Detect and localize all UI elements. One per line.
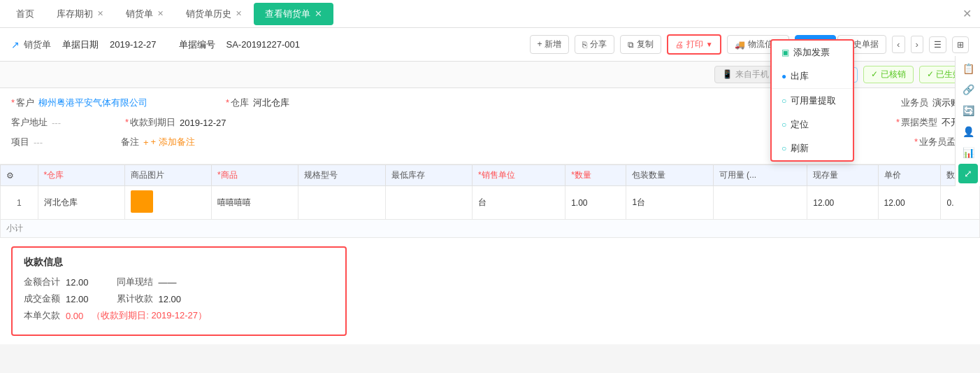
new-button[interactable]: + 新增 [530, 35, 569, 54]
address-value: --- [52, 118, 61, 128]
available-qty-icon: ○ [781, 96, 786, 106]
project-field: 项目 --- [11, 136, 43, 148]
copy-button[interactable]: ⧉ 复制 [620, 35, 661, 54]
nav-next[interactable]: › [911, 36, 923, 53]
sales-order-icon: ↗ [11, 39, 20, 50]
warehouse-value: 河北仓库 [253, 97, 289, 109]
row-spec [298, 186, 385, 220]
project-label: 项目 [11, 136, 29, 148]
date-label: 单据日期 [62, 38, 99, 51]
dropdown-refresh[interactable]: ○ 刷新 [772, 136, 853, 160]
add-note-btn[interactable]: + + 添加备注 [143, 136, 195, 148]
logistics-icon: 🚚 [735, 40, 745, 50]
subtotal-row: 小计 [1, 220, 980, 238]
same-order-value: —— [159, 277, 177, 288]
sidebar-icon-clipboard[interactable]: 📋 [958, 59, 978, 78]
number-label: 单据编号 [179, 38, 215, 51]
payment-row-2: 成交金额 12.00 累计收款 12.00 [24, 293, 334, 305]
tab-close-history[interactable]: ✕ [236, 9, 242, 18]
dropdown-locate[interactable]: ○ 定位 [772, 113, 853, 136]
cumulative-field: 累计收款 12.00 [117, 293, 182, 305]
total-amount-value: 12.00 [66, 277, 89, 288]
payment-info-panel: 收款信息 金额合计 12.00 同单现结 —— 成交金额 12.00 累计收款 [11, 246, 347, 336]
share-icon: ⎘ [582, 40, 587, 50]
payment-row-3: 本单欠款 0.00 （收款到期日: 2019-12-27） [24, 309, 334, 322]
void-icon: ✓ [871, 69, 878, 79]
share-button[interactable]: ⎘ 分享 [575, 35, 614, 54]
row-unit: 台 [472, 186, 565, 220]
doc-header-left: ↗ 销货单 单据日期 2019-12-27 单据编号 SA-20191227-0… [11, 38, 300, 51]
sidebar-icon-chart[interactable]: 📊 [958, 143, 978, 162]
number-value: SA-20191227-001 [226, 39, 301, 50]
row-settings[interactable]: 1 [1, 186, 38, 220]
row-available [713, 186, 807, 220]
refresh-icon: ○ [781, 143, 786, 153]
table-section: ⚙ *仓库 商品图片 *商品 规格型号 最低库存 *销售单位 *数量 包装数量 … [0, 164, 980, 238]
tab-sales-history[interactable]: 销货单历史 ✕ [175, 3, 252, 25]
tab-close-sales[interactable]: ✕ [157, 9, 164, 18]
doc-header-right: + 新增 ⎘ 分享 ⧉ 复制 🖨 打印 ▼ 🚚 物流信息 ⊞ 操作 历史单据 [530, 34, 970, 55]
note-label: 备注 [121, 136, 139, 148]
table-row: 1 河北仓库 嘻嘻嘻嘻 台 1.00 1台 12.00 12.00 0. [1, 186, 980, 220]
col-current-stock: 现存量 [807, 165, 878, 186]
outstanding-note: （收款到期日: 2019-12-27） [92, 309, 207, 322]
tab-home[interactable]: 首页 [6, 3, 45, 25]
tab-close-view-sales[interactable]: ✕ [315, 8, 322, 19]
dropdown-outbound[interactable]: ● 出库 [772, 64, 853, 88]
dropdown-available-qty[interactable]: ○ 可用量提取 [772, 89, 853, 113]
dropdown-add-invoice[interactable]: ▣ 添加发票 [772, 41, 853, 64]
right-sidebar: 📋 🔗 🔄 👤 📊 ⤢ [955, 56, 980, 186]
transaction-amount-label: 成交金额 [24, 293, 60, 305]
payment-date-label: 收款到期日 [125, 116, 175, 129]
print-button[interactable]: 🖨 打印 ▼ [667, 34, 721, 55]
customer-field: 客户 柳州粤港平安气体有限公司 [11, 97, 147, 109]
note-field: 备注 + + 添加备注 [121, 136, 195, 148]
col-product: *商品 [212, 165, 298, 186]
col-pkg-qty: 包装数量 [626, 165, 713, 186]
sidebar-icon-link[interactable]: 🔗 [958, 80, 978, 99]
bottom-section: 收款信息 金额合计 12.00 同单现结 —— 成交金额 12.00 累计收款 [0, 238, 980, 344]
phone-icon: 📱 [722, 69, 733, 79]
from-phone-btn[interactable]: 📱 来自手机 [714, 66, 776, 83]
view-toggle-grid[interactable]: ⊞ [952, 36, 969, 53]
doc-title: 销货单 [24, 38, 51, 51]
tab-sales-order[interactable]: 销货单 ✕ [115, 3, 174, 25]
voided-btn[interactable]: ✓ 已核销 [863, 66, 913, 83]
sidebar-icon-expand[interactable]: ⤢ [958, 164, 978, 183]
transaction-amount-field: 成交金额 12.00 [24, 293, 89, 305]
customer-value[interactable]: 柳州粤港平安气体有限公司 [38, 97, 147, 109]
copy-icon: ⧉ [628, 40, 634, 50]
address-field: 客户地址 --- [11, 116, 61, 129]
sidebar-icon-user[interactable]: 👤 [958, 122, 978, 141]
view-toggle-list[interactable]: ☰ [929, 36, 946, 53]
row-unit-price: 12.00 [878, 186, 941, 220]
add-invoice-icon: ▣ [781, 48, 789, 57]
address-label: 客户地址 [11, 116, 48, 129]
payment-info-title: 收款信息 [24, 256, 334, 269]
col-qty: *数量 [565, 165, 626, 186]
outstanding-label: 本单欠款 [24, 309, 60, 322]
sidebar-icon-sync[interactable]: 🔄 [958, 101, 978, 120]
cumulative-label: 累计收款 [117, 293, 153, 305]
row-qty: 1.00 [565, 186, 626, 220]
row-amount: 0. [941, 186, 980, 220]
row-min-stock [385, 186, 472, 220]
close-all-tabs[interactable]: ✕ [963, 7, 972, 20]
same-order-label: 同单现结 [117, 276, 153, 288]
effective-icon: ✓ [927, 69, 934, 79]
add-note-icon: + [143, 137, 149, 148]
same-order-field: 同单现结 —— [117, 276, 177, 288]
outstanding-value: 0.00 [66, 311, 83, 321]
subtotal-label: 小计 [1, 220, 980, 238]
tab-view-sales[interactable]: 查看销货单 ✕ [254, 3, 333, 25]
transaction-amount-value: 12.00 [66, 294, 89, 304]
tab-bar: 首页 库存期初 ✕ 销货单 ✕ 销货单历史 ✕ 查看销货单 ✕ ✕ [0, 0, 980, 28]
products-table: ⚙ *仓库 商品图片 *商品 规格型号 最低库存 *销售单位 *数量 包装数量 … [0, 164, 980, 238]
col-min-stock: 最低库存 [385, 165, 472, 186]
row-warehouse: 河北仓库 [38, 186, 124, 220]
product-image [131, 190, 153, 213]
col-unit: *销售单位 [472, 165, 565, 186]
nav-prev[interactable]: ‹ [892, 36, 905, 53]
tab-close-inventory[interactable]: ✕ [97, 9, 103, 18]
tab-inventory-init[interactable]: 库存期初 ✕ [46, 3, 114, 25]
